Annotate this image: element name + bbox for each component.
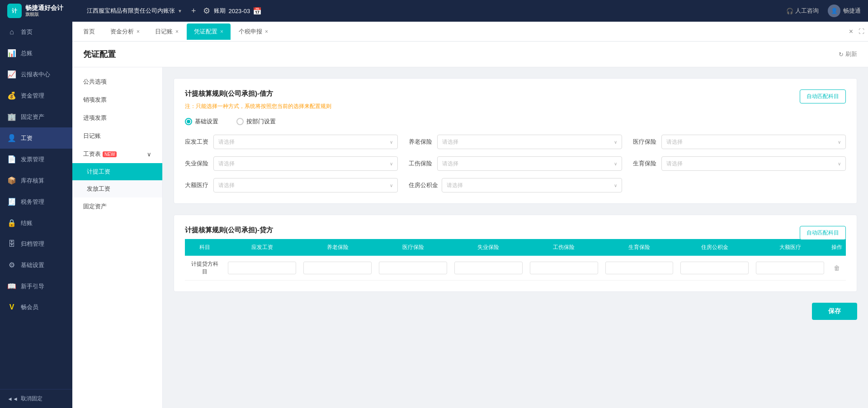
- th-wages: 应发工资: [224, 239, 300, 256]
- input-pension[interactable]: [303, 262, 372, 274]
- work-injury-select[interactable]: 请选择 ∨: [437, 156, 622, 171]
- calendar-icon[interactable]: 📅: [253, 7, 262, 15]
- debit-section-title: 计提核算规则(公司承担)-借方: [185, 89, 846, 98]
- sidebar-item-close[interactable]: 🔒 结账: [0, 212, 72, 234]
- tab-home[interactable]: 首页: [76, 23, 102, 40]
- medical-placeholder: 请选择: [666, 138, 683, 146]
- tab-fund[interactable]: 资金分析 ×: [103, 23, 147, 40]
- sidebar-item-home[interactable]: ⌂ 首页: [0, 22, 72, 42]
- sidebar-item-settings[interactable]: ⚙ 基础设置: [0, 254, 72, 276]
- main-layout: ⌂ 首页 📊 总账 📈 云报表中心 💰 资金管理 🏢 固定资产 👤 工资 📄 发…: [0, 22, 868, 408]
- left-nav: 公共选项 销项发票 进项发票 日记账 工资表NEW ∨ 计提工资 发放工资: [72, 67, 163, 408]
- input-medical[interactable]: [379, 262, 447, 274]
- tab-voucher-config-label: 凭证配置: [194, 28, 217, 36]
- cell-action: 🗑: [828, 256, 846, 281]
- tab-voucher-config[interactable]: 凭证配置 ×: [187, 23, 231, 40]
- maternity-select[interactable]: 请选择 ∨: [661, 156, 846, 171]
- fixed-asset-icon: 🏢: [7, 113, 16, 121]
- left-nav-public[interactable]: 公共选项: [72, 73, 162, 91]
- tab-journal[interactable]: 日记账 ×: [148, 23, 186, 40]
- unemployment-select[interactable]: 请选择 ∨: [213, 156, 398, 171]
- debit-auto-match-button[interactable]: 自动匹配科目: [800, 89, 846, 103]
- maternity-arrow: ∨: [838, 161, 841, 166]
- sidebar-item-archive[interactable]: 🗄 归档管理: [0, 234, 72, 254]
- avatar: 👤: [828, 5, 840, 17]
- cell-medical[interactable]: [375, 256, 451, 281]
- left-nav-salary-table[interactable]: 工资表NEW ∨: [72, 145, 162, 163]
- sidebar-item-ledger[interactable]: 📊 总账: [0, 42, 72, 64]
- cancel-fixed-label: 取消固定: [21, 395, 42, 403]
- tab-close-all-icon[interactable]: ×: [849, 28, 853, 36]
- tab-tax-report[interactable]: 个税申报 ×: [231, 23, 275, 40]
- sidebar-item-vip[interactable]: V 畅会员: [0, 297, 72, 318]
- tab-voucher-config-close[interactable]: ×: [220, 28, 223, 35]
- large-medical-select[interactable]: 请选择 ∨: [213, 178, 398, 192]
- app-logo-icon: 计: [7, 4, 22, 18]
- settings-button[interactable]: ⚙: [203, 6, 210, 16]
- radio-by-dept[interactable]: 按部门设置: [236, 117, 276, 126]
- sidebar-item-invoice[interactable]: 📄 发票管理: [0, 149, 72, 170]
- tab-journal-close[interactable]: ×: [175, 28, 179, 35]
- settings-sidebar-icon: ⚙: [7, 261, 16, 269]
- credit-section: 自动匹配科目 计提核算规则(公司承担)-贷方 科目 应发工资 养老保险 医疗保险…: [174, 215, 857, 292]
- sidebar-item-salary[interactable]: 👤 工资: [0, 127, 72, 149]
- medical-arrow: ∨: [838, 140, 841, 145]
- sidebar-label-home: 首页: [21, 28, 33, 36]
- left-nav-journal[interactable]: 日记账: [72, 127, 162, 145]
- user-menu[interactable]: 👤 畅捷通: [828, 5, 861, 17]
- radio-basic[interactable]: 基础设置: [185, 117, 218, 126]
- logo-area: 计 畅捷通好会计 旗舰版: [7, 4, 80, 18]
- input-unemployment[interactable]: [454, 262, 523, 274]
- add-button[interactable]: +: [191, 6, 196, 16]
- left-nav-fixed-asset[interactable]: 固定资产: [72, 197, 162, 216]
- tab-fund-close[interactable]: ×: [137, 28, 140, 35]
- input-work-injury[interactable]: [530, 262, 598, 274]
- cell-large-medical[interactable]: [752, 256, 828, 281]
- cell-work-injury[interactable]: [526, 256, 602, 281]
- support-button[interactable]: 🎧 人工咨询: [786, 7, 819, 15]
- sidebar-item-tax[interactable]: 🧾 税务管理: [0, 191, 72, 212]
- credit-auto-match-button[interactable]: 自动匹配科目: [800, 226, 846, 240]
- housing-fund-placeholder: 请选择: [447, 182, 463, 189]
- tab-expand-icon[interactable]: ⛶: [859, 28, 864, 35]
- medical-select[interactable]: 请选择 ∨: [661, 135, 846, 149]
- left-nav-accrual[interactable]: 计提工资: [72, 163, 162, 180]
- sidebar-label-tax: 税务管理: [21, 198, 44, 206]
- form-item-maternity: 生育保险 请选择 ∨: [633, 156, 846, 171]
- inventory-icon: 📦: [7, 176, 16, 185]
- cell-wages[interactable]: [224, 256, 300, 281]
- sidebar-item-inventory[interactable]: 📦 库存核算: [0, 170, 72, 191]
- tab-tax-report-close[interactable]: ×: [265, 28, 268, 35]
- cancel-fixed-button[interactable]: ◄◄ 取消固定: [0, 389, 72, 408]
- delete-row-icon[interactable]: 🗑: [834, 264, 840, 272]
- cell-unemployment[interactable]: [451, 256, 526, 281]
- sidebar-item-fixed-asset[interactable]: 🏢 固定资产: [0, 106, 72, 127]
- save-button[interactable]: 保存: [812, 303, 857, 320]
- input-wages[interactable]: [228, 262, 296, 274]
- input-housing-fund[interactable]: [680, 262, 749, 274]
- left-nav-sales-invoice[interactable]: 销项发票: [72, 91, 162, 109]
- cell-maternity[interactable]: [602, 256, 677, 281]
- archive-icon: 🗄: [7, 240, 16, 248]
- left-nav-salary-table-group: 工资表NEW ∨ 计提工资 发放工资: [72, 145, 162, 197]
- unemployment-placeholder: 请选择: [218, 160, 235, 168]
- th-subject: 科目: [185, 239, 224, 256]
- input-large-medical[interactable]: [756, 262, 824, 274]
- sidebar-item-fund[interactable]: 💰 资金管理: [0, 85, 72, 106]
- company-selector[interactable]: 江西服宝精品有限责任公司内账张 ▼: [87, 7, 182, 15]
- left-nav-purchase-invoice[interactable]: 进项发票: [72, 109, 162, 127]
- housing-fund-select[interactable]: 请选择 ∨: [442, 178, 622, 192]
- cell-pension[interactable]: [300, 256, 375, 281]
- table-header-row: 科目 应发工资 养老保险 医疗保险 失业保险 工伤保险 生育保险 住房公积金 大…: [185, 239, 846, 256]
- tax-icon: 🧾: [7, 197, 16, 206]
- pension-select[interactable]: 请选择 ∨: [437, 135, 622, 149]
- sidebar-item-guide[interactable]: 📖 新手引导: [0, 276, 72, 297]
- wages-select[interactable]: 请选择 ∨: [213, 135, 398, 149]
- cell-housing-fund[interactable]: [677, 256, 752, 281]
- left-nav-issue-salary[interactable]: 发放工资: [72, 180, 162, 197]
- new-badge: NEW: [103, 151, 117, 157]
- refresh-button[interactable]: ↻ 刷新: [839, 50, 857, 58]
- vip-icon: V: [7, 303, 16, 311]
- input-maternity[interactable]: [605, 262, 674, 274]
- sidebar-item-reports[interactable]: 📈 云报表中心: [0, 64, 72, 85]
